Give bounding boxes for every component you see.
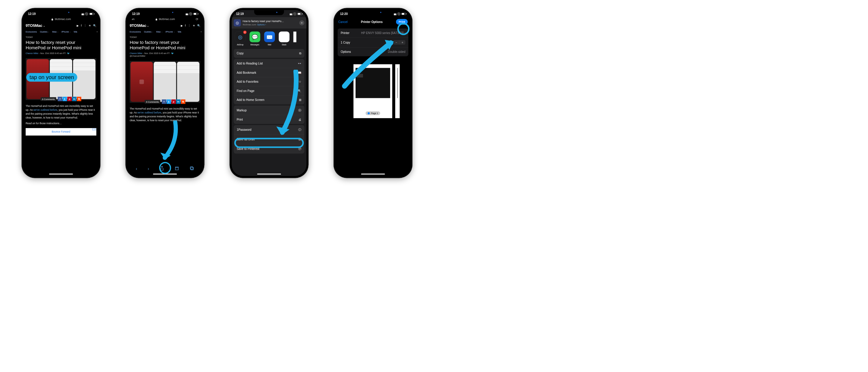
comments-count[interactable]: 6 Comments [40, 97, 56, 101]
slack-icon[interactable]: ✱ [279, 32, 289, 42]
share-options-link[interactable]: Options [257, 23, 265, 26]
action-homescreen[interactable]: Add to Home Screen⊞ [234, 95, 304, 105]
action-markup[interactable]: MarkupⒶ [234, 106, 304, 115]
body-link[interactable]: we've outlined before [33, 108, 57, 111]
plus-icon[interactable]: + [399, 40, 405, 45]
share-twitter-icon[interactable]: 𝕥 [63, 97, 67, 101]
nav-next-icon[interactable]: › [201, 30, 202, 33]
options-row[interactable]: Options Double-sided [338, 48, 408, 56]
author-link[interactable]: Chance Miller [26, 52, 38, 54]
more-apps-icon[interactable] [293, 32, 296, 42]
share-linkedin-icon[interactable]: in [176, 99, 181, 104]
headline[interactable]: How to factory reset your HomePod or Hom… [130, 40, 200, 51]
home-indicator[interactable] [257, 174, 281, 175]
printer-select-row[interactable]: Printer HP ENVY 5000 series [6A73C0] › [338, 29, 408, 38]
bookmarks-icon[interactable] [175, 166, 179, 172]
signal-icon [82, 12, 84, 16]
body-link[interactable]: we've outlined before [137, 111, 161, 114]
nav-guides[interactable]: Guides⌄ [40, 30, 49, 33]
reload-icon[interactable]: ⟳ [196, 17, 198, 21]
home-indicator[interactable] [49, 174, 73, 175]
read-on: Read on for those instructions… [26, 121, 96, 125]
share-facebook-icon[interactable]: f [162, 99, 166, 104]
nav-guides[interactable]: Guides⌄ [144, 30, 153, 33]
byline: Chance Miller - Nov. 23rd 2020 8:45 am P… [26, 52, 96, 54]
minus-icon[interactable]: − [394, 40, 399, 45]
action-reading-list[interactable]: Add to Reading List👓 [234, 59, 304, 68]
url-bar[interactable]: AA 9to5mac.com ⟳ [128, 17, 203, 23]
site-logo[interactable]: 9TO5Mac⌄ [26, 23, 45, 28]
search-icon[interactable]: 🔍 [93, 24, 96, 27]
home-indicator[interactable] [153, 174, 177, 175]
close-icon[interactable]: ✕ [299, 20, 304, 25]
nav-exclusives[interactable]: Exclusives [130, 30, 141, 33]
headline[interactable]: How to factory reset your HomePod or Hom… [26, 40, 96, 51]
share-twitter-icon[interactable]: 𝕥 [166, 99, 171, 104]
glasses-icon: 👓 [298, 62, 302, 65]
action-find[interactable]: Find on Page🔍 [234, 86, 304, 95]
tabs-icon[interactable] [190, 166, 194, 172]
share-pinterest-icon[interactable]: p [67, 97, 72, 101]
more-icon[interactable]: ⋮ [84, 24, 87, 27]
home-indicator[interactable] [361, 174, 385, 175]
cancel-button[interactable]: Cancel [338, 20, 347, 24]
nav-iphone[interactable]: iPhone⌄ [165, 30, 175, 33]
page-preview-1[interactable]: Page 1 [353, 64, 392, 118]
share-reddit-icon[interactable]: ⧉ [181, 99, 185, 104]
nav-mac[interactable]: Mac⌄ [52, 30, 59, 33]
mail-icon[interactable]: ✉️ [264, 32, 275, 42]
action-group-main: Add to Reading List👓 Add Bookmark📖 Add t… [234, 59, 304, 105]
nav-next-icon[interactable]: › [97, 30, 97, 33]
search-icon[interactable]: 🔍 [197, 24, 200, 27]
adchoices-icon[interactable]: ▷ ✕ [92, 128, 96, 131]
share-icon[interactable] [160, 166, 164, 172]
page-preview-2[interactable] [395, 64, 400, 118]
youtube-icon[interactable]: ▶ [181, 24, 183, 27]
battery-icon [90, 13, 94, 15]
back-icon[interactable]: ‹ [136, 167, 137, 171]
options-value: Double-sided [388, 50, 405, 54]
url-bar[interactable]: 9to5mac.com [24, 17, 98, 23]
wordpress-icon: Ⓦ [298, 137, 301, 142]
share-facebook-icon[interactable]: f [58, 97, 62, 101]
action-save-pinterest[interactable]: Save to PinterestⓅ [234, 144, 304, 154]
share-reddit-icon[interactable]: ⧉ [77, 97, 82, 101]
site-logo[interactable]: 9TO5Mac⌄ [130, 23, 149, 28]
theme-icon[interactable]: ☀ [89, 24, 91, 27]
action-1password[interactable]: 1Passwordⓘ [234, 125, 304, 135]
action-bookmark[interactable]: Add Bookmark📖 [234, 68, 304, 77]
nav-more[interactable]: Wa [74, 30, 77, 33]
app-label: Messages [251, 44, 259, 46]
annotation-arrow [156, 121, 180, 165]
comments-count[interactable]: 6 Comments [145, 100, 160, 104]
youtube-icon[interactable]: ▶ [77, 24, 79, 27]
share-linkedin-icon[interactable]: in [72, 97, 77, 101]
print-button[interactable]: Print [396, 19, 408, 25]
facebook-icon[interactable]: f [81, 24, 82, 27]
copies-stepper[interactable]: − + [394, 40, 405, 45]
safari-toolbar: ‹ › [128, 165, 203, 173]
nav-iphone[interactable]: iPhone⌄ [61, 30, 71, 33]
author-link[interactable]: Chance Miller [130, 52, 143, 54]
forward-icon[interactable]: › [148, 167, 149, 171]
ad-banner[interactable]: ▷ ✕ Bounce Forward [26, 128, 96, 136]
nav-more[interactable]: Wa [178, 30, 181, 33]
action-print[interactable]: Print🖨 [234, 115, 304, 124]
theme-icon[interactable]: ☀ [193, 24, 195, 27]
facebook-icon[interactable]: f [185, 24, 186, 27]
action-favorites[interactable]: Add to Favorites☆ [234, 77, 304, 87]
battery-icon [402, 13, 406, 15]
nav-mac[interactable]: Mac⌄ [156, 30, 162, 33]
twitter-icon[interactable]: 🐦 [67, 52, 70, 54]
action-copy[interactable]: Copy⧉ [234, 49, 304, 58]
author-handle[interactable]: @ChanceHMiller [130, 55, 200, 57]
messages-icon[interactable]: 💬 [249, 32, 260, 42]
share-pinterest-icon[interactable]: p [171, 99, 176, 104]
action-save-draft[interactable]: Save as DraftⓌ [234, 135, 304, 144]
battery-icon [194, 13, 198, 15]
twitter-icon[interactable]: 🐦 [171, 52, 174, 54]
reader-view-icon[interactable]: AA [132, 18, 134, 21]
more-icon[interactable]: ⋮ [188, 24, 191, 27]
nav-exclusives[interactable]: Exclusives [26, 30, 37, 33]
battery-icon [298, 13, 302, 15]
